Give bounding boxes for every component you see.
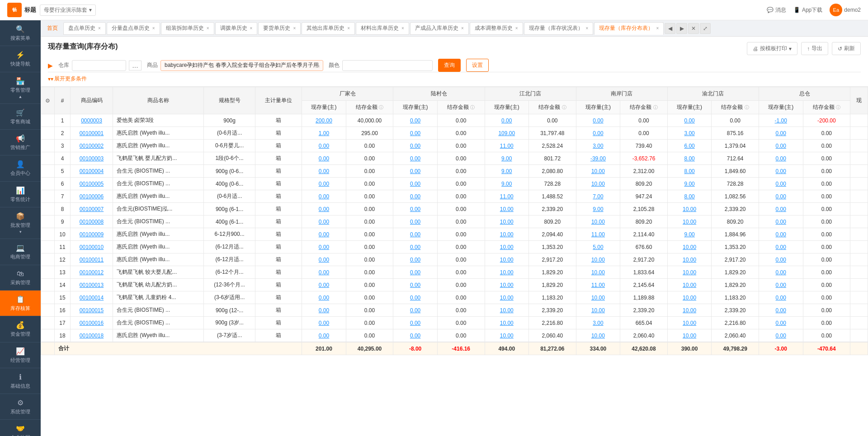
cell-wh-qty-4[interactable]: 8.00: [667, 165, 712, 178]
cell-wh-qty-5[interactable]: 0.00: [759, 228, 803, 241]
cell-wh-qty-4[interactable]: 10.00: [667, 329, 712, 342]
sidebar-item-nav[interactable]: ⚡ 快捷导航: [0, 46, 41, 72]
message-btn[interactable]: 💬 消息: [767, 6, 786, 14]
cell-wh-qty-2[interactable]: 10.00: [485, 266, 529, 279]
settings-icon[interactable]: ⚙: [45, 98, 50, 104]
tab-outbound[interactable]: 其他出库单历史 ×: [302, 22, 355, 35]
cell-wh-qty-4[interactable]: 10.00: [667, 241, 712, 253]
sidebar-item-base-info[interactable]: ℹ 基础信息: [0, 368, 41, 394]
cell-wh-qty-0[interactable]: 0.00: [302, 190, 346, 203]
cell-wh-qty-5[interactable]: 0.00: [759, 190, 803, 203]
cell-wh-qty-0[interactable]: 0.00: [302, 304, 346, 317]
tab-prev-btn[interactable]: ◀: [665, 23, 675, 34]
cell-wh-qty-1[interactable]: 0.00: [393, 266, 438, 279]
cell-wh-qty-3[interactable]: 10.00: [576, 178, 620, 190]
cell-wh-qty-0[interactable]: 0.00: [302, 317, 346, 329]
cell-wh-qty-2[interactable]: 10.00: [485, 304, 529, 317]
print-btn[interactable]: 🖨 按模板打印 ▾: [747, 42, 797, 55]
sidebar-item-wholesale[interactable]: 📦 批发管理 ▾: [0, 207, 41, 239]
cell-wh-qty-4[interactable]: 10.00: [667, 291, 712, 304]
cell-wh-qty-1[interactable]: 0.00: [393, 165, 438, 178]
cell-wh-qty-0[interactable]: 0.00: [302, 165, 346, 178]
cell-wh-qty-3[interactable]: 10.00: [576, 216, 620, 228]
cell-code[interactable]: 00100008: [71, 216, 113, 228]
cell-wh-qty-0[interactable]: 0.00: [302, 241, 346, 253]
cell-code[interactable]: 00100009: [71, 228, 113, 241]
cell-wh-qty-0[interactable]: 0.00: [302, 203, 346, 216]
cell-wh-qty-5[interactable]: 0.00: [759, 127, 803, 140]
cell-wh-qty-2[interactable]: 10.00: [485, 279, 529, 291]
sidebar-item-operations[interactable]: 📈 经营管理: [0, 342, 41, 368]
cell-code[interactable]: 00100004: [71, 165, 113, 178]
cell-wh-qty-0[interactable]: 0.00: [302, 178, 346, 190]
cell-code[interactable]: 00100003: [71, 152, 113, 165]
cell-wh-qty-1[interactable]: 0.00: [393, 127, 438, 140]
cell-wh-qty-4[interactable]: 10.00: [667, 216, 712, 228]
cell-wh-qty-5[interactable]: 0.00: [759, 304, 803, 317]
cell-wh-qty-3[interactable]: 7.00: [576, 190, 620, 203]
cell-wh-qty-0[interactable]: 0.00: [302, 291, 346, 304]
cell-wh-qty-5[interactable]: 0.00: [759, 241, 803, 253]
sidebar-item-retail-mgmt[interactable]: 🏪 零售管理 ▲: [0, 72, 41, 104]
cell-wh-qty-2[interactable]: 10.00: [485, 216, 529, 228]
warehouse-dots-btn[interactable]: …: [129, 61, 142, 70]
expand-conditions-btn[interactable]: ▾▾ 展开更多条件: [48, 75, 861, 83]
cell-wh-qty-3[interactable]: 9.00: [576, 203, 620, 216]
tab-close-order[interactable]: ×: [293, 26, 296, 31]
cell-wh-qty-1[interactable]: 0.00: [393, 203, 438, 216]
cell-wh-qty-2[interactable]: 11.00: [485, 190, 529, 203]
warehouse-input[interactable]: [72, 60, 126, 71]
sidebar-item-inventory[interactable]: 📋 库存核算: [0, 291, 41, 316]
user-area[interactable]: Ea demo2: [830, 4, 861, 16]
cell-wh-qty-3[interactable]: 11.00: [576, 228, 620, 241]
cell-wh-qty-4[interactable]: 8.00: [667, 152, 712, 165]
cell-code[interactable]: 00100001: [71, 127, 113, 140]
cell-code[interactable]: 00100007: [71, 203, 113, 216]
tab-close-partial[interactable]: ×: [152, 26, 155, 31]
tab-transfer[interactable]: 调拨单历史 ×: [215, 22, 258, 35]
cell-code[interactable]: 00100005: [71, 178, 113, 190]
cell-wh-qty-3[interactable]: 3.00: [576, 317, 620, 329]
cell-code[interactable]: 00100014: [71, 291, 113, 304]
cell-wh-qty-1[interactable]: 0.00: [393, 190, 438, 203]
cell-wh-qty-3[interactable]: 10.00: [576, 329, 620, 342]
cell-wh-qty-1[interactable]: 0.00: [393, 304, 438, 317]
product-input[interactable]: [160, 60, 323, 71]
cell-code[interactable]: 00100006: [71, 190, 113, 203]
settings-btn[interactable]: 设置: [466, 59, 489, 72]
tab-close-material[interactable]: ×: [401, 26, 404, 31]
cell-code[interactable]: 00100015: [71, 304, 113, 317]
cell-wh-qty-3[interactable]: 10.00: [576, 253, 620, 266]
cell-wh-qty-2[interactable]: 9.00: [485, 178, 529, 190]
cell-wh-qty-1[interactable]: 0.00: [393, 253, 438, 266]
cell-wh-qty-5[interactable]: 0.00: [759, 266, 803, 279]
sidebar-item-member[interactable]: 👤 会员中心: [0, 155, 41, 181]
cell-wh-qty-5[interactable]: 0.00: [759, 253, 803, 266]
tab-close-all-btn[interactable]: ✕: [688, 23, 699, 34]
th-settings[interactable]: ⚙: [41, 87, 55, 114]
cell-wh-qty-5[interactable]: 0.00: [759, 152, 803, 165]
cell-wh-qty-2[interactable]: 11.00: [485, 140, 529, 152]
tab-inventory-status[interactable]: 现存量（库存状况表） ×: [524, 22, 594, 35]
sidebar-item-retail-stats[interactable]: 📊 零售统计: [0, 182, 41, 207]
tab-assembly[interactable]: 组装拆卸单历史 ×: [161, 22, 214, 35]
cell-code[interactable]: 00100010: [71, 241, 113, 253]
color-input[interactable]: [342, 60, 433, 71]
cell-wh-qty-5[interactable]: 0.00: [759, 216, 803, 228]
cell-wh-qty-2[interactable]: 9.00: [485, 165, 529, 178]
cell-wh-qty-5[interactable]: 0.00: [759, 291, 803, 304]
cell-wh-qty-4[interactable]: 10.00: [667, 203, 712, 216]
tab-cost[interactable]: 成本调整单历史 ×: [470, 22, 523, 35]
cell-wh-qty-3[interactable]: -39.00: [576, 152, 620, 165]
tab-inventory-dist[interactable]: 现存量（库存分布表） ×: [594, 22, 664, 35]
cell-wh-qty-1[interactable]: 0.00: [393, 228, 438, 241]
cell-code[interactable]: 00100011: [71, 253, 113, 266]
cell-wh-qty-5[interactable]: 0.00: [759, 140, 803, 152]
cell-wh-qty-3[interactable]: 10.00: [576, 304, 620, 317]
cell-wh-qty-1[interactable]: 0.00: [393, 178, 438, 190]
cell-wh-qty-5[interactable]: 0.00: [759, 203, 803, 216]
tab-next-btn[interactable]: ▶: [676, 23, 687, 34]
tab-close-transfer[interactable]: ×: [250, 26, 253, 31]
query-btn[interactable]: 查询: [438, 59, 461, 72]
cell-code[interactable]: 00100013: [71, 279, 113, 291]
